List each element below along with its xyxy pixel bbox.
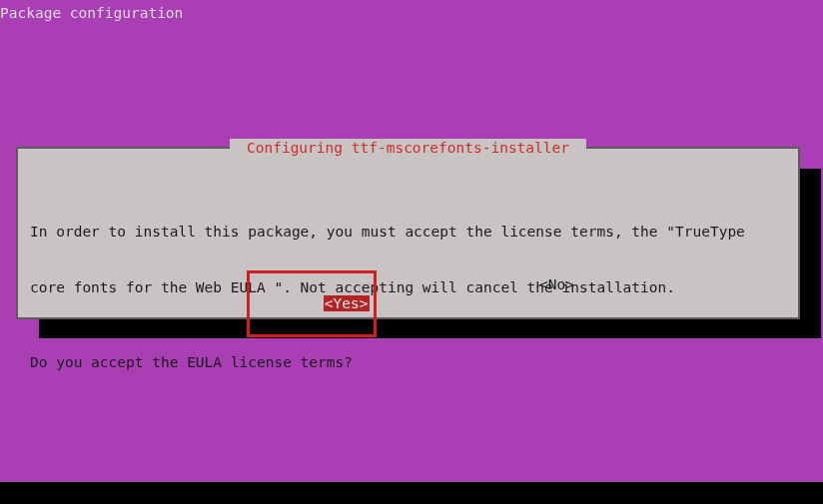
dialog-button-row: <Yes> <No> [18, 275, 798, 299]
yes-button-highlight: <Yes> [247, 270, 377, 337]
yes-button[interactable]: <Yes> [324, 295, 370, 311]
no-button[interactable]: <No> [539, 275, 574, 294]
terminal-screen: Package configuration Configuring ttf-ms… [0, 0, 823, 482]
config-dialog: Configuring ttf-mscorefonts-installer In… [16, 147, 800, 319]
dialog-question: Do you accept the EULA license terms? [30, 353, 786, 372]
dialog-title: Configuring ttf-mscorefonts-installer [230, 139, 585, 158]
dialog-text-line: In order to install this package, you mu… [30, 223, 786, 242]
dialog-title-wrap: Configuring ttf-mscorefonts-installer [18, 139, 798, 158]
screen-title: Package configuration [0, 4, 183, 23]
